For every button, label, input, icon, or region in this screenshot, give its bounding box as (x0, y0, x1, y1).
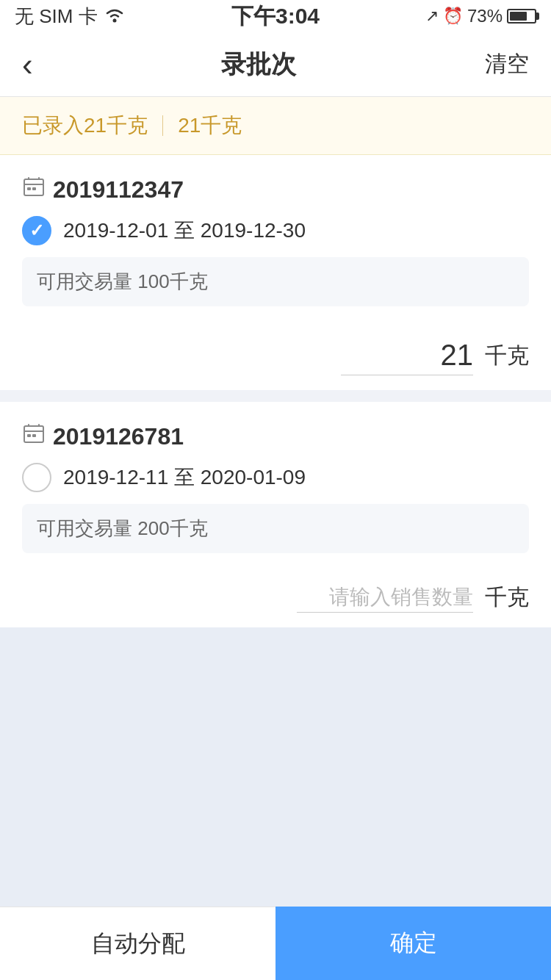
radio-1[interactable] (22, 216, 51, 245)
wifi-icon (104, 5, 126, 28)
battery-text: 73% (467, 6, 503, 26)
total-amount: 21千克 (178, 112, 242, 140)
battery-icon (507, 9, 536, 24)
bottom-bar: 自动分配 确定 (0, 907, 551, 980)
empty-area (0, 627, 551, 921)
batch-header-2: 2019126781 (0, 402, 551, 457)
recorded-amount: 已录入21千克 (22, 112, 148, 140)
batch-icon-2 (22, 422, 46, 451)
summary-banner: 已录入21千克 21千克 (0, 97, 551, 155)
section-divider (0, 390, 551, 402)
batch-id-1: 2019112347 (53, 176, 184, 203)
amount-input-2[interactable] (297, 583, 473, 613)
svg-rect-11 (27, 434, 31, 437)
main-content: 2019112347 2019-12-01 至 2019-12-30 可用交易量… (0, 155, 551, 980)
amount-unit-1: 千克 (485, 341, 529, 371)
input-unit-2: 千克 (485, 583, 529, 613)
carrier-text: 无 SIM 卡 (15, 4, 98, 29)
svg-rect-5 (27, 187, 31, 190)
clear-button[interactable]: 清空 (485, 49, 529, 79)
svg-point-0 (112, 18, 116, 22)
batch-id-2: 2019126781 (53, 423, 184, 450)
summary-divider (162, 115, 163, 136)
batch-date-2: 2019-12-11 至 2020-01-09 (63, 464, 306, 491)
batch-icon-1 (22, 176, 46, 204)
amount-input-1[interactable] (341, 336, 473, 375)
status-left: 无 SIM 卡 (15, 4, 126, 29)
battery-fill (510, 12, 527, 21)
radio-2[interactable] (22, 463, 51, 492)
alarm-icon: ⏰ (443, 7, 463, 26)
batch-card-1: 2019112347 2019-12-01 至 2019-12-30 可用交易量… (0, 155, 551, 390)
page-title: 录批次 (221, 48, 296, 82)
confirm-button[interactable]: 确定 (276, 907, 551, 980)
batch-card-2: 2019126781 2019-12-11 至 2020-01-09 可用交易量… (0, 402, 551, 627)
svg-rect-6 (32, 187, 36, 190)
status-right: ↗ ⏰ 73% (425, 6, 536, 26)
status-bar: 无 SIM 卡 下午3:04 ↗ ⏰ 73% (0, 0, 551, 32)
auto-distribute-button[interactable]: 自动分配 (0, 907, 276, 980)
input-row-2: 千克 (0, 568, 551, 627)
svg-rect-12 (32, 434, 36, 437)
availability-1: 可用交易量 100千克 (22, 257, 529, 306)
batch-date-row-1[interactable]: 2019-12-01 至 2019-12-30 (0, 210, 551, 257)
location-icon: ↗ (425, 7, 439, 26)
batch-date-row-2[interactable]: 2019-12-11 至 2020-01-09 (0, 457, 551, 504)
back-button[interactable]: ‹ (22, 46, 33, 83)
nav-bar: ‹ 录批次 清空 (0, 32, 551, 97)
availability-2: 可用交易量 200千克 (22, 504, 529, 553)
batch-date-1: 2019-12-01 至 2019-12-30 (63, 217, 306, 245)
batch-header-1: 2019112347 (0, 155, 551, 210)
amount-row-1: 千克 (0, 321, 551, 390)
time-display: 下午3:04 (231, 1, 320, 32)
